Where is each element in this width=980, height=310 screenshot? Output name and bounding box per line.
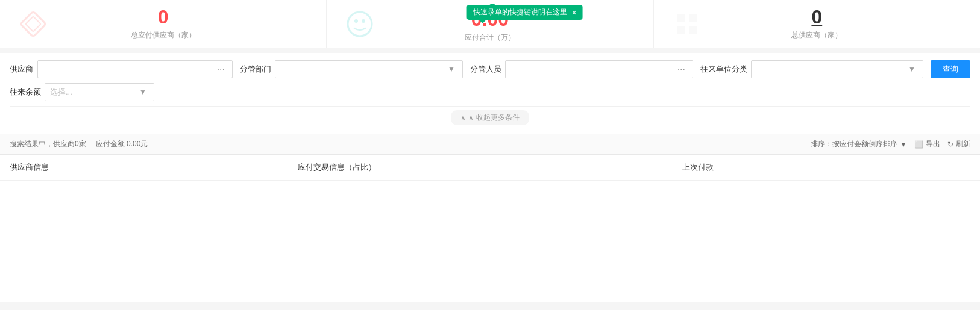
svg-rect-6 — [689, 14, 697, 22]
supplier-input-wrapper[interactable]: ··· — [37, 60, 233, 78]
person-input[interactable] — [510, 65, 673, 74]
svg-point-3 — [354, 19, 358, 23]
category-label: 往来单位分类 — [700, 64, 747, 75]
table-body — [0, 181, 980, 302]
sort-button[interactable]: 排序：按应付会额倒序排序 ▼ — [811, 139, 907, 149]
results-count: 搜索结果中，供应商0家 — [10, 139, 86, 149]
filter-supplier: 供应商 ··· — [10, 60, 233, 78]
sort-label: 排序：按应付会额倒序排序 — [811, 139, 897, 149]
filter-person: 分管人员 ··· — [470, 60, 693, 78]
balance-select[interactable]: 选择... ▼ — [45, 83, 154, 101]
col-supplier-header: 供应商信息 — [10, 162, 298, 173]
tooltip-bubble: 快速录单的快捷键说明在这里 × — [467, 5, 583, 20]
category-select[interactable]: ▼ — [751, 60, 923, 78]
stat-total-suppliers-number[interactable]: 0 — [811, 7, 822, 26]
person-dots-btn[interactable]: ··· — [675, 64, 688, 75]
grid-icon — [672, 9, 702, 39]
filter-row-1: 供应商 ··· 分管部门 ▼ 分管人员 ··· 往来单位分类 — [10, 60, 970, 78]
svg-rect-0 — [20, 11, 46, 36]
table-header: 供应商信息 应付交易信息（占比） 上次付款 — [0, 155, 980, 181]
stat-payable-suppliers: 0 总应付供应商（家） — [0, 0, 327, 48]
stat-payable-suppliers-label: 总应付供应商（家） — [131, 30, 196, 40]
export-icon: ⬜ — [914, 140, 923, 149]
export-button[interactable]: ⬜ 导出 — [914, 139, 940, 149]
svg-rect-7 — [677, 26, 685, 34]
sort-arrow-icon: ▼ — [900, 140, 907, 149]
stat-payable-total-label: 应付合计（万） — [465, 33, 515, 43]
person-input-wrapper[interactable]: ··· — [505, 60, 693, 78]
query-button[interactable]: 查询 — [931, 60, 970, 78]
refresh-button[interactable]: ↻ 刷新 — [947, 139, 970, 149]
collapse-row: ∧ ∧ 收起更多条件 — [10, 106, 970, 129]
stat-payable-suppliers-number: 0 — [158, 7, 169, 26]
supplier-input[interactable] — [43, 65, 212, 74]
department-label: 分管部门 — [240, 64, 271, 75]
department-select[interactable]: ▼ — [275, 60, 463, 78]
category-arrow-icon: ▼ — [906, 65, 918, 73]
diamond-icon — [18, 9, 48, 39]
refresh-label: 刷新 — [956, 139, 970, 149]
filter-balance: 往来余额 选择... ▼ — [10, 83, 154, 101]
svg-point-2 — [348, 12, 372, 36]
col-payment-header: 上次付款 — [682, 162, 970, 173]
supplier-dots-btn[interactable]: ··· — [215, 64, 227, 75]
stat-total-suppliers: 0 总供应商（家） — [654, 0, 980, 48]
svg-point-4 — [362, 19, 365, 23]
export-label: 导出 — [926, 139, 940, 149]
balance-label: 往来余额 — [10, 87, 41, 98]
balance-placeholder: 选择... — [50, 87, 72, 98]
results-summary: 搜索结果中，供应商0家 应付金额 0.00元 — [10, 139, 148, 149]
circle-icon — [345, 9, 375, 39]
collapse-up-icon: ∧ ∧ — [460, 114, 473, 122]
balance-arrow-icon: ▼ — [137, 88, 149, 96]
filter-section: 供应商 ··· 分管部门 ▼ 分管人员 ··· 往来单位分类 — [0, 53, 980, 134]
tooltip-close-btn[interactable]: × — [572, 8, 577, 17]
results-actions: 排序：按应付会额倒序排序 ▼ ⬜ 导出 ↻ 刷新 — [811, 139, 970, 149]
refresh-icon: ↻ — [947, 140, 953, 149]
col-transaction-header: 应付交易信息（占比） — [298, 162, 682, 173]
tooltip-text: 快速录单的快捷键说明在这里 — [473, 7, 567, 17]
supplier-label: 供应商 — [10, 64, 34, 75]
stat-payable-total: 快速录单的快捷键说明在这里 × 0.00 应付合计（万） — [327, 0, 653, 48]
results-bar: 搜索结果中，供应商0家 应付金额 0.00元 排序：按应付会额倒序排序 ▼ ⬜ … — [0, 134, 980, 155]
person-label: 分管人员 — [470, 64, 501, 75]
svg-rect-5 — [677, 14, 685, 22]
collapse-button[interactable]: ∧ ∧ 收起更多条件 — [451, 110, 529, 125]
stats-bar: 0 总应付供应商（家） 快速录单的快捷键说明在这里 × 0.00 应付合计（万）… — [0, 0, 980, 48]
collapse-label: 收起更多条件 — [476, 113, 520, 123]
stat-total-suppliers-label: 总供应商（家） — [791, 30, 842, 40]
results-amount: 应付金额 0.00元 — [96, 139, 148, 149]
svg-rect-8 — [689, 26, 697, 34]
filter-department: 分管部门 ▼ — [240, 60, 463, 78]
filter-row-2: 往来余额 选择... ▼ — [10, 83, 970, 101]
filter-category: 往来单位分类 ▼ — [700, 60, 923, 78]
svg-rect-1 — [25, 16, 40, 31]
department-arrow-icon: ▼ — [445, 65, 457, 73]
